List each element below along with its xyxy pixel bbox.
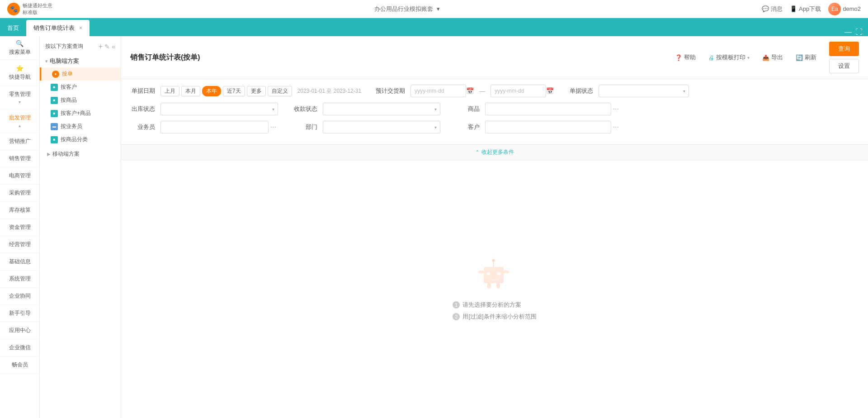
goods-label: 商品 [455, 105, 480, 113]
by-customer-icon: ■ [51, 84, 58, 91]
salesman-more-icon[interactable]: ··· [269, 123, 278, 131]
sidebar-item-marketing[interactable]: 营销推广 [0, 133, 39, 150]
page-title-row: 销售订单统计表(按单) ❓ 帮助 🖨 按模板打印 ▾ 📤 导出 [130, 42, 859, 73]
sidebar-item-inventory[interactable]: 库存核算 [0, 202, 39, 219]
empty-tip-2: 2 用[过滤]条件来缩小分析范围 [453, 313, 536, 321]
tree-item-by-goods-category[interactable]: ■ 按商品分类 [40, 133, 121, 146]
sidebar-item-purchase[interactable]: 采购管理 [0, 185, 39, 202]
empty-tip-1: 1 请先选择要分析的方案 [453, 301, 536, 309]
goods-input[interactable] [485, 103, 611, 115]
by-goods-icon: ■ [51, 97, 58, 104]
tree-item-by-customer[interactable]: ■ 按客户 [40, 81, 121, 94]
left-panel-header: 按以下方案查询 + ✎ « [40, 40, 121, 53]
more-btn[interactable]: 更多 [247, 86, 266, 96]
query-button[interactable]: 查询 [829, 42, 859, 56]
collapse-panel-btn[interactable]: « [112, 43, 115, 50]
department-label: 部门 [292, 123, 317, 131]
department-wrap: ▾ [323, 121, 440, 133]
empty-state: 1 请先选择要分析的方案 2 用[过滤]条件来缩小分析范围 [121, 160, 868, 418]
tab-home[interactable]: 首页 [0, 20, 26, 36]
this-year-btn[interactable]: 本年 [202, 86, 221, 96]
add-scheme-btn[interactable]: + [99, 43, 103, 50]
this-month-btn[interactable]: 本月 [181, 86, 200, 96]
sidebar-item-appstore[interactable]: 应用中心 [0, 322, 39, 339]
department-select[interactable] [323, 121, 440, 133]
help-btn[interactable]: ❓ 帮助 [671, 52, 699, 63]
sidebar-item-finance[interactable]: 资金管理 [0, 219, 39, 236]
tree-item-by-salesman[interactable]: ▬ 按业务员 [40, 120, 121, 133]
sidebar-item-ops[interactable]: 经营管理 [0, 236, 39, 253]
pc-section-title[interactable]: ▾ 电脑端方案 [40, 55, 121, 67]
content-area: 销售订单统计表(按单) ❓ 帮助 🖨 按模板打印 ▾ 📤 导出 [121, 36, 868, 418]
expected-date-start-wrap: 📅 [410, 85, 474, 97]
left-panel-header-icons: + ✎ « [99, 43, 115, 50]
sidebar-shortcut[interactable]: ⭐ 快捷导航 [0, 60, 39, 86]
customer-input[interactable] [485, 121, 611, 133]
by-order-icon: ● [52, 71, 59, 78]
refresh-btn[interactable]: 🔄 刷新 [792, 52, 820, 63]
export-btn[interactable]: 📤 导出 [759, 52, 787, 63]
expected-date-end-input[interactable] [491, 85, 546, 97]
last-month-btn[interactable]: 上月 [160, 86, 179, 96]
sidebar-item-newbie[interactable]: 新手引导 [0, 305, 39, 322]
last7days-btn[interactable]: 近7天 [223, 86, 245, 96]
svg-rect-2 [497, 272, 501, 275]
expected-date-start-input[interactable] [410, 85, 466, 97]
avatar: Ea [828, 3, 841, 15]
tip-num-1: 1 [453, 301, 460, 309]
pay-status-wrap: ▾ [323, 103, 440, 115]
sidebar-item-retail[interactable]: 零售管理 ▾ [0, 86, 39, 109]
window-minimize-icon[interactable]: — [844, 28, 852, 36]
top-bar-left: 🐾 畅捷通好生意 标准版 [7, 2, 52, 15]
tree-item-by-goods[interactable]: ■ 按商品 [40, 94, 121, 107]
sidebar-item-ecom[interactable]: 电商管理 [0, 167, 39, 185]
user-menu[interactable]: Ea demo2 [828, 3, 861, 15]
sidebar-item-sales[interactable]: 销售管理 [0, 150, 39, 167]
expected-date-label: 预计交货期 [376, 87, 405, 95]
sidebar-item-corp[interactable]: 企业协同 [0, 288, 39, 305]
calendar-end-icon[interactable]: 📅 [546, 87, 554, 95]
window-maximize-icon[interactable]: ⛶ [855, 28, 863, 36]
filter-area: 单据日期 上月 本月 本年 近7天 更多 自定义 2023-01-01 至 20… [121, 79, 868, 144]
tab-close-btn[interactable]: × [79, 25, 82, 31]
calendar-start-icon[interactable]: 📅 [466, 87, 474, 95]
tab-bar-window-controls: — ⛶ [839, 28, 868, 36]
pc-section-arrow: ▾ [45, 58, 48, 64]
sidebar-item-system[interactable]: 系统管理 [0, 271, 39, 288]
filter-row-1: 单据日期 上月 本月 本年 近7天 更多 自定义 2023-01-01 至 20… [130, 85, 859, 97]
settings-button[interactable]: 设置 [829, 59, 859, 73]
out-status-wrap: ▾ [160, 103, 278, 115]
sidebar: 🔍 搜索菜单 ⭐ 快捷导航 零售管理 ▾ 批发管理 ▴ 营销推广 销售管理 电商… [0, 36, 40, 418]
out-status-select[interactable] [160, 103, 278, 115]
sidebar-item-member[interactable]: 畅会员 [0, 356, 39, 374]
mobile-section-title[interactable]: ▶ 移动端方案 [40, 148, 121, 160]
edit-scheme-btn[interactable]: ✎ [104, 43, 110, 50]
customer-wrap: ··· [485, 121, 621, 133]
salesman-input[interactable] [160, 121, 269, 133]
by-customer-goods-icon: ■ [51, 110, 58, 117]
custom-btn[interactable]: 自定义 [268, 86, 292, 96]
sidebar-item-wholesale[interactable]: 批发管理 ▴ [0, 109, 39, 133]
template-print-btn[interactable]: 🖨 按模板打印 ▾ [705, 52, 753, 63]
tree-item-by-order[interactable]: ● 按单 [40, 67, 121, 81]
customer-more-icon[interactable]: ··· [611, 123, 621, 131]
sidebar-item-wechat[interactable]: 企业微信 [0, 339, 39, 356]
template-arrow-icon: ▾ [747, 55, 750, 60]
sidebar-item-basic[interactable]: 基础信息 [0, 253, 39, 271]
collapse-bar[interactable]: ⌃ 收起更多条件 [121, 144, 868, 160]
chevron-up-icon: ▴ [19, 123, 21, 128]
tree-item-by-customer-goods[interactable]: ■ 按客户+商品 [40, 107, 121, 120]
download-btn[interactable]: 📱 App下载 [790, 5, 821, 13]
sidebar-search[interactable]: 🔍 搜索菜单 [0, 36, 39, 60]
company-selector[interactable]: 办公用品行业模拟账套 ▾ [374, 5, 440, 13]
bill-status-select[interactable] [599, 85, 689, 97]
tab-sales-stats[interactable]: 销售订单统计表 × [26, 20, 90, 36]
help-icon: ❓ [675, 54, 682, 61]
message-btn[interactable]: 💬 消息 [762, 5, 783, 13]
bill-status-wrap: ▾ [599, 85, 689, 97]
pay-status-label: 收款状态 [292, 105, 317, 113]
right-btn-group: 查询 设置 [829, 42, 859, 73]
goods-more-icon[interactable]: ··· [611, 105, 621, 113]
pay-status-select[interactable] [323, 103, 440, 115]
tip-num-2: 2 [453, 313, 460, 320]
